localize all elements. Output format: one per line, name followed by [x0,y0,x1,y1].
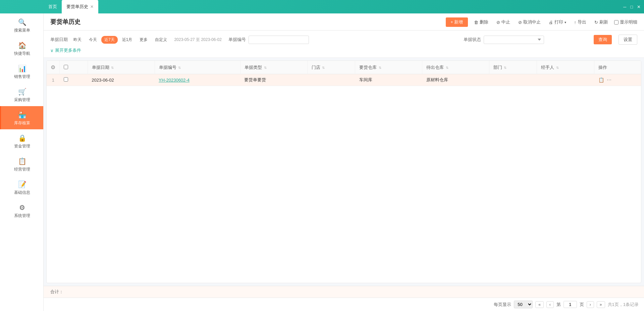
first-page-btn[interactable]: « [535,301,544,308]
col-checkbox [60,61,88,74]
sidebar-label-finance-mgmt: 资金管理 [14,143,30,149]
sidebar-label-sales-mgmt: 销售管理 [14,74,30,80]
delete-icon: 🗑 [474,20,478,25]
row-req-warehouse: 车间库 [355,74,422,86]
col-date: 单据日期 ⇅ [88,61,155,74]
status-filter-group: 单据状态 [316,36,584,44]
quick-nav-icon: 🏠 [18,41,26,49]
sidebar: 🔍 搜索菜单 🏠 快捷导航 📊 销售管理 🛒 采购管理 🏪 库存核算 🔒 资金管… [0,13,44,311]
minimize-btn[interactable]: ─ [623,4,626,9]
summary-label: 合计： [50,289,63,294]
tab-home[interactable]: 首页 [44,0,62,13]
doc-no-link[interactable]: YH-20230602-4 [159,78,190,83]
sidebar-item-operations-mgmt[interactable]: 📋 经营管理 [0,152,43,176]
col-settings[interactable]: ⚙ [47,61,60,74]
doc-num-filter-group: 单据编号 [228,36,309,44]
page-input[interactable] [564,301,577,308]
sidebar-item-purchase-mgmt[interactable]: 🛒 采购管理 [0,83,43,106]
col-pending-warehouse: 待出仓库 ⇅ [422,61,489,74]
date-btn-custom[interactable]: 自定义 [152,36,170,44]
last-page-btn[interactable]: » [597,301,605,308]
show-detail-toggle[interactable]: 显示明细 [614,19,637,25]
search-menu-icon: 🔍 [18,18,26,26]
table-header-row: ⚙ 单据日期 ⇅ 单据编号 ⇅ [47,61,641,74]
date-btn-yesterday[interactable]: 昨天 [70,36,85,44]
sort-doctype-icon[interactable]: ⇅ [264,66,267,70]
sidebar-item-system-mgmt[interactable]: ⚙ 系统管理 [0,199,43,222]
sort-date-icon[interactable]: ⇅ [111,66,114,70]
sort-dept-icon[interactable]: ⇅ [504,66,506,70]
col-doc-no: 单据编号 ⇅ [155,61,240,74]
tab-requisition-label: 要货单历史 [66,4,88,10]
inventory-calc-icon: 🏪 [18,111,26,119]
settings-button[interactable]: 设置 [619,35,637,45]
expand-more-label: 展开更多条件 [55,47,81,53]
show-detail-label-text: 显示明细 [620,19,637,25]
sidebar-item-quick-nav[interactable]: 🏠 快捷导航 [0,37,43,60]
select-all-checkbox[interactable] [64,65,68,69]
date-btn-more[interactable]: 更多 [137,36,151,44]
table-settings-icon[interactable]: ⚙ [51,64,55,70]
next-page-btn[interactable]: › [587,301,594,308]
date-btn-1month[interactable]: 近1月 [119,36,136,44]
row-doc-no[interactable]: YH-20230602-4 [155,74,240,86]
print-icon: 🖨 [549,20,553,25]
show-detail-checkbox[interactable] [614,20,619,25]
sort-req-warehouse-icon[interactable]: ⇅ [379,66,381,70]
data-table: ⚙ 单据日期 ⇅ 单据编号 ⇅ [47,61,641,86]
doc-num-input[interactable] [249,36,309,44]
date-btn-7days[interactable]: 近7天 [101,36,118,44]
window-close-btn[interactable]: ✕ [637,4,641,9]
prev-page-btn[interactable]: ‹ [546,301,554,308]
cancel-stop-button[interactable]: ⊘ 取消中止 [516,18,543,27]
col-dept: 部门 ⇅ [489,61,537,74]
col-doc-type: 单据类型 ⇅ [240,61,307,74]
sidebar-item-search-menu[interactable]: 🔍 搜索菜单 [0,13,43,37]
sidebar-item-inventory-calc[interactable]: 🏪 库存核算 [0,106,43,129]
col-handler: 经手人 ⇅ [537,61,594,74]
stop-icon: ⊘ [496,20,500,25]
sort-handler-icon[interactable]: ⇅ [556,66,559,70]
sidebar-item-basic-info[interactable]: 📝 基础信息 [0,176,43,199]
maximize-btn[interactable]: □ [630,4,633,9]
tab-close-icon[interactable]: ✕ [90,4,94,9]
delete-label: 删除 [480,19,488,25]
export-label: 导出 [578,19,586,25]
sidebar-label-basic-info: 基础信息 [14,190,30,195]
refresh-button[interactable]: ↻ 刷新 [592,18,610,27]
date-btn-today[interactable]: 今天 [86,36,100,44]
sidebar-item-finance-mgmt[interactable]: 🔒 资金管理 [0,129,43,152]
window-controls: ─ □ ✕ [623,4,641,9]
stop-button[interactable]: ⊘ 中止 [494,18,512,27]
operations-mgmt-icon: 📋 [18,157,26,165]
refresh-label: 刷新 [599,19,608,25]
sort-pending-warehouse-icon[interactable]: ⇅ [446,66,448,70]
query-button[interactable]: 查询 [594,35,612,44]
delete-button[interactable]: 🗑 删除 [472,18,490,27]
sort-store-icon[interactable]: ⇅ [322,66,325,70]
filter-area: 单据日期 昨天 今天 近7天 近1月 更多 自定义 2023-05-27 至 2… [44,31,644,58]
sales-mgmt-icon: 📊 [18,64,26,73]
col-req-warehouse: 要货仓库 ⇅ [355,61,422,74]
col-actions: 操作 [594,61,641,74]
system-mgmt-icon: ⚙ [19,204,25,212]
content-area: 要货单历史 + 新增 🗑 删除 ⊘ 中止 ⊘ 取消中止 [44,13,644,311]
export-button[interactable]: ↑ 导出 [572,18,589,27]
tab-requisition-history[interactable]: 要货单历史 ✕ [62,0,98,13]
row-select-checkbox[interactable] [64,77,68,82]
page-size-select[interactable]: 20 50 100 200 [514,301,533,308]
top-nav: 首页 要货单历史 ✕ ─ □ ✕ [0,0,644,13]
sidebar-label-system-mgmt: 系统管理 [14,213,30,219]
sidebar-item-sales-mgmt[interactable]: 📊 销售管理 [0,60,43,83]
row-edit-icon[interactable]: 📋 [598,77,604,83]
status-select[interactable] [484,36,544,44]
purchase-mgmt-icon: 🛒 [18,88,26,96]
sort-docno-icon[interactable]: ⇅ [178,66,181,70]
row-pending-warehouse: 原材料仓库 [422,74,489,86]
row-more-icon[interactable]: ⋯ [607,77,611,83]
pagination-bar: 每页显示 20 50 100 200 « ‹ 第 页 › » 共1页，1条记录 [44,298,644,311]
new-button[interactable]: + 新增 [446,17,468,27]
expand-more-btn[interactable]: ∨ 展开更多条件 [50,47,637,53]
date-filter-group: 单据日期 昨天 今天 近7天 近1月 更多 自定义 2023-05-27 至 2… [50,36,222,44]
print-button[interactable]: 🖨 打印 ▾ [547,18,568,27]
